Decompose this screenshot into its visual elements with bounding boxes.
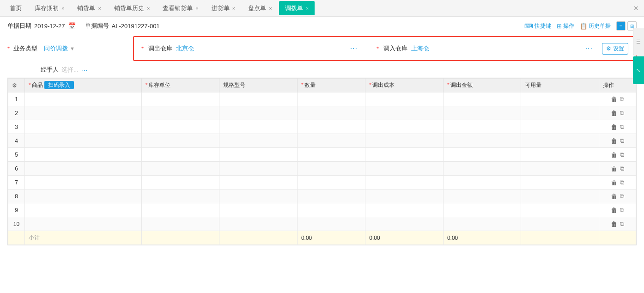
unit-cell-9[interactable] — [141, 203, 219, 217]
product-cell-4[interactable] — [25, 134, 142, 148]
shortcuts-button[interactable]: ⌨ 快捷键 — [524, 22, 551, 30]
available-cell-3[interactable] — [521, 120, 599, 134]
handler-more[interactable]: ··· — [81, 66, 88, 73]
qty-cell-4[interactable] — [297, 134, 365, 148]
unit-cell-7[interactable] — [141, 176, 219, 189]
spec-cell-8[interactable] — [219, 189, 298, 203]
tab-inventory-init[interactable]: 库存期初 × — [29, 1, 70, 15]
tab-sales-history[interactable]: 销货单历史 × — [108, 1, 156, 15]
delete-icon-9[interactable]: 🗑 — [611, 207, 617, 214]
qty-cell-7[interactable] — [297, 176, 365, 189]
available-cell-5[interactable] — [521, 148, 599, 162]
spec-cell-4[interactable] — [219, 134, 298, 148]
tab-transfer[interactable]: 调拨单 × — [279, 1, 315, 15]
delete-icon-6[interactable]: 🗑 — [611, 165, 617, 172]
tab-close-sales-history[interactable]: × — [147, 6, 150, 11]
copy-icon-5[interactable]: ⧉ — [620, 151, 624, 159]
unit-cell-8[interactable] — [141, 189, 219, 203]
qty-cell-8[interactable] — [297, 189, 365, 203]
cost-cell-7[interactable] — [365, 176, 444, 189]
amount-cell-3[interactable] — [443, 120, 521, 134]
tab-close-view-sales[interactable]: × — [195, 6, 198, 11]
spec-cell-6[interactable] — [219, 162, 298, 176]
cost-cell-9[interactable] — [365, 203, 444, 217]
delete-icon-3[interactable]: 🗑 — [611, 123, 617, 131]
unit-cell-6[interactable] — [141, 162, 219, 176]
available-cell-6[interactable] — [521, 162, 599, 176]
amount-cell-2[interactable] — [443, 106, 521, 120]
tab-sales-order[interactable]: 销货单 × — [71, 1, 107, 15]
scan-button[interactable]: 扫码录入 — [44, 81, 74, 89]
copy-icon-8[interactable]: ⧉ — [620, 193, 624, 200]
amount-cell-8[interactable] — [443, 189, 521, 203]
available-cell-10[interactable] — [521, 217, 599, 231]
spec-cell-5[interactable] — [219, 148, 298, 162]
qty-cell-5[interactable] — [297, 148, 365, 162]
unit-cell-5[interactable] — [141, 148, 219, 162]
handler-select[interactable]: 选择... — [61, 66, 79, 74]
settings-button[interactable]: ⚙ 设置 — [602, 43, 628, 55]
available-cell-8[interactable] — [521, 189, 599, 203]
product-cell-2[interactable] — [25, 106, 142, 120]
product-cell-8[interactable] — [25, 189, 142, 203]
table-settings-icon[interactable]: ⚙ — [12, 82, 17, 89]
qty-cell-10[interactable] — [297, 217, 365, 231]
copy-icon-9[interactable]: ⧉ — [620, 207, 624, 214]
amount-cell-7[interactable] — [443, 176, 521, 189]
cost-cell-8[interactable] — [365, 189, 444, 203]
amount-cell-6[interactable] — [443, 162, 521, 176]
tab-purchase[interactable]: 进货单 × — [206, 1, 241, 15]
product-cell-9[interactable] — [25, 203, 142, 217]
cost-cell-10[interactable] — [365, 217, 444, 231]
qty-cell-3[interactable] — [297, 120, 365, 134]
delete-icon-4[interactable]: 🗑 — [611, 137, 617, 145]
unit-cell-1[interactable] — [141, 92, 219, 106]
amount-cell-5[interactable] — [443, 148, 521, 162]
right-panel-expand-btn[interactable]: ⤢ — [633, 56, 644, 84]
unit-cell-10[interactable] — [141, 217, 219, 231]
amount-cell-4[interactable] — [443, 134, 521, 148]
spec-cell-7[interactable] — [219, 176, 298, 189]
unit-cell-4[interactable] — [141, 134, 219, 148]
spec-cell-3[interactable] — [219, 120, 298, 134]
available-cell-4[interactable] — [521, 134, 599, 148]
delete-icon-5[interactable]: 🗑 — [611, 151, 617, 159]
qty-cell-6[interactable] — [297, 162, 365, 176]
copy-icon-7[interactable]: ⧉ — [620, 179, 624, 186]
qty-cell-9[interactable] — [297, 203, 365, 217]
history-button[interactable]: 📋 历史单据 — [580, 22, 611, 30]
product-cell-7[interactable] — [25, 176, 142, 189]
copy-icon-2[interactable]: ⧉ — [620, 110, 624, 117]
product-cell-6[interactable] — [25, 162, 142, 176]
spec-cell-9[interactable] — [219, 203, 298, 217]
cost-cell-3[interactable] — [365, 120, 444, 134]
delete-icon-2[interactable]: 🗑 — [611, 110, 617, 117]
biz-type-dropdown[interactable]: 同价调拨 ▼ — [40, 43, 79, 55]
product-cell-1[interactable] — [25, 92, 142, 106]
cost-cell-6[interactable] — [365, 162, 444, 176]
delete-icon-8[interactable]: 🗑 — [611, 193, 617, 200]
amount-cell-9[interactable] — [443, 203, 521, 217]
spec-cell-2[interactable] — [219, 106, 298, 120]
product-cell-5[interactable] — [25, 148, 142, 162]
available-cell-7[interactable] — [521, 176, 599, 189]
layout-list-icon[interactable]: ≡ — [616, 21, 626, 31]
amount-cell-10[interactable] — [443, 217, 521, 231]
tab-close-purchase[interactable]: × — [232, 6, 235, 11]
tab-stocktake[interactable]: 盘点单 × — [242, 1, 278, 15]
available-cell-2[interactable] — [521, 106, 599, 120]
col-settings[interactable]: ⚙ — [8, 79, 25, 92]
amount-cell-1[interactable] — [443, 92, 521, 106]
cost-cell-5[interactable] — [365, 148, 444, 162]
warehouse-in-value[interactable]: 上海仓 — [411, 44, 429, 53]
available-cell-9[interactable] — [521, 203, 599, 217]
tab-close-inventory-init[interactable]: × — [61, 6, 64, 11]
tab-close-transfer[interactable]: × — [306, 6, 309, 11]
cost-cell-1[interactable] — [365, 92, 444, 106]
cost-cell-2[interactable] — [365, 106, 444, 120]
tab-view-sales[interactable]: 查看销货单 × — [157, 1, 204, 15]
delete-icon-10[interactable]: 🗑 — [611, 220, 617, 228]
copy-icon-4[interactable]: ⧉ — [620, 137, 624, 145]
right-panel-list-btn[interactable]: ☰ — [633, 28, 644, 55]
copy-icon-3[interactable]: ⧉ — [620, 123, 624, 131]
